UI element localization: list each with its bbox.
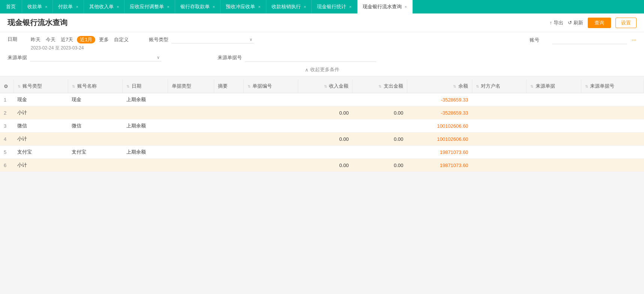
col-doc-type[interactable]: 单据类型 — [168, 79, 214, 93]
source-doc-dropdown-arrow-icon: ∨ — [157, 55, 160, 60]
nav-tab-1[interactable]: 付款单 × — [53, 0, 84, 13]
sort-icon: ⇅ — [248, 84, 251, 88]
cell-summary — [214, 93, 243, 106]
col-income[interactable]: ⇅ 收入金额 — [298, 79, 352, 93]
cell-income: 0.00 — [298, 133, 352, 146]
cell-balance: -3528659.33 — [407, 93, 472, 106]
cell-doc-type — [168, 146, 214, 159]
account-input[interactable] — [552, 36, 627, 44]
page-header: 现金银行流水查询 ↑ 导出 ↺ 刷新 查询 设置 — [0, 13, 644, 32]
sort-icon: ⇅ — [585, 84, 588, 88]
source-doc-no-input[interactable] — [245, 54, 376, 62]
dots-button[interactable]: ··· — [632, 37, 636, 43]
close-icon[interactable]: × — [258, 4, 260, 9]
date-filter-row: 日期 昨天 今天 近7天 近1月 更多 自定义 2023-02-24 至 202… — [0, 32, 644, 54]
export-icon: ↑ — [550, 20, 552, 25]
nav-home[interactable]: 首页 — [0, 0, 22, 13]
query-button[interactable]: 查询 — [588, 18, 611, 28]
sort-icon: ⇅ — [72, 84, 75, 88]
row-num: 5 — [0, 146, 14, 159]
close-icon[interactable]: × — [45, 4, 47, 9]
col-source-doc[interactable]: ⇅ 来源单据 — [527, 79, 581, 93]
cell-account-name: 支付宝 — [68, 146, 122, 159]
custom-btn[interactable]: 自定义 — [113, 36, 130, 43]
row-num: 1 — [0, 93, 14, 106]
row-num: 4 — [0, 133, 14, 146]
col-account-type[interactable]: ⇅ 账号类型 — [14, 79, 68, 93]
account-type-dropdown[interactable]: ∨ — [171, 36, 254, 43]
yesterday-btn[interactable]: 昨天 — [29, 36, 42, 43]
col-date[interactable]: ⇅ 日期 — [123, 79, 168, 93]
cell-source-doc — [527, 106, 581, 119]
top-nav: 首页 收款单 × 付款单 × 其他收入单 × 应收应付调整单 × 银行存取款单 … — [0, 0, 644, 13]
sort-icon: ⇅ — [453, 84, 456, 88]
col-counterpart[interactable]: ⇅ 对方户名 — [472, 79, 526, 93]
close-icon[interactable]: × — [405, 4, 407, 9]
recent7-btn[interactable]: 近7天 — [59, 36, 75, 43]
cell-account-type: 现金 — [14, 93, 68, 106]
cell-source-doc-no — [581, 106, 644, 119]
cell-income: 0.00 — [298, 106, 352, 119]
source-filter-row: 来源单据 ∨ 来源单据号 — [0, 54, 644, 65]
nav-tab-5[interactable]: 预收冲应收单 × — [221, 0, 266, 13]
close-icon[interactable]: × — [349, 4, 351, 9]
cell-source-doc-no — [581, 146, 644, 159]
cell-balance: -3528659.33 — [407, 106, 472, 119]
cell-source-doc-no — [581, 119, 644, 133]
date-options: 昨天 今天 近7天 近1月 更多 自定义 — [29, 36, 130, 43]
sort-icon: ⇅ — [378, 84, 381, 88]
col-gear[interactable]: ⚙ — [0, 79, 14, 93]
gear-settings-icon[interactable]: ⚙ — [4, 84, 8, 89]
close-icon[interactable]: × — [76, 4, 78, 9]
nav-tab-3[interactable]: 应收应付调整单 × — [125, 0, 175, 13]
row-num: 6 — [0, 159, 14, 172]
cell-expense — [353, 146, 407, 159]
source-doc-label: 来源单据 — [8, 54, 27, 61]
cell-account-type: 支付宝 — [14, 146, 68, 159]
nav-tab-4[interactable]: 银行存取款单 × — [175, 0, 221, 13]
recent1m-btn[interactable]: 近1月 — [77, 36, 95, 43]
cell-account-type: 小计 — [14, 159, 68, 172]
table-row: 1 现金 现金 上期余额 -3528659.33 — [0, 93, 644, 106]
col-source-doc-no[interactable]: ⇅ 来源单据号 — [581, 79, 644, 93]
cell-expense: 0.00 — [353, 159, 407, 172]
cell-summary — [214, 106, 243, 119]
sort-icon: ⇅ — [324, 84, 327, 88]
nav-tab-2[interactable]: 其他收入单 × — [84, 0, 125, 13]
nav-tab-6[interactable]: 收款核销执行 × — [266, 0, 312, 13]
cell-balance: 19871073.60 — [407, 146, 472, 159]
more-btn[interactable]: 更多 — [98, 36, 110, 43]
cell-source-doc — [527, 159, 581, 172]
cell-doc-no — [243, 133, 298, 146]
cell-date: 上期余额 — [123, 146, 168, 159]
cell-date — [123, 106, 168, 119]
cell-date — [123, 133, 168, 146]
cell-source-doc — [527, 146, 581, 159]
close-icon[interactable]: × — [167, 4, 169, 9]
collapse-bar[interactable]: ∧ 收起更多条件 — [0, 65, 644, 76]
sort-icon: ⇅ — [530, 84, 533, 88]
cell-summary — [214, 159, 243, 172]
cell-account-name — [68, 106, 122, 119]
source-doc-dropdown[interactable]: ∨ — [30, 54, 161, 61]
settings-button[interactable]: 设置 — [615, 18, 636, 28]
cell-date — [123, 159, 168, 172]
today-btn[interactable]: 今天 — [44, 36, 57, 43]
col-expense[interactable]: ⇅ 支出金额 — [353, 79, 407, 93]
refresh-button[interactable]: ↺ 刷新 — [568, 19, 583, 26]
close-icon[interactable]: × — [117, 4, 119, 9]
col-balance[interactable]: ⇅ 余额 — [407, 79, 472, 93]
close-icon[interactable]: × — [304, 4, 306, 9]
nav-tab-8[interactable]: 现金银行流水查询 × — [357, 0, 413, 13]
cell-date: 上期余额 — [123, 93, 168, 106]
cell-income — [298, 119, 352, 133]
col-summary[interactable]: 摘要 — [214, 79, 243, 93]
cell-source-doc-no — [581, 159, 644, 172]
cell-summary — [214, 133, 243, 146]
col-doc-no[interactable]: ⇅ 单据编号 — [243, 79, 298, 93]
nav-tab-0[interactable]: 收款单 × — [22, 0, 53, 13]
nav-tab-7[interactable]: 现金银行统计 × — [312, 0, 357, 13]
export-button[interactable]: ↑ 导出 — [550, 19, 564, 26]
close-icon[interactable]: × — [213, 4, 215, 9]
col-account-name[interactable]: ⇅ 账号名称 — [68, 79, 122, 93]
